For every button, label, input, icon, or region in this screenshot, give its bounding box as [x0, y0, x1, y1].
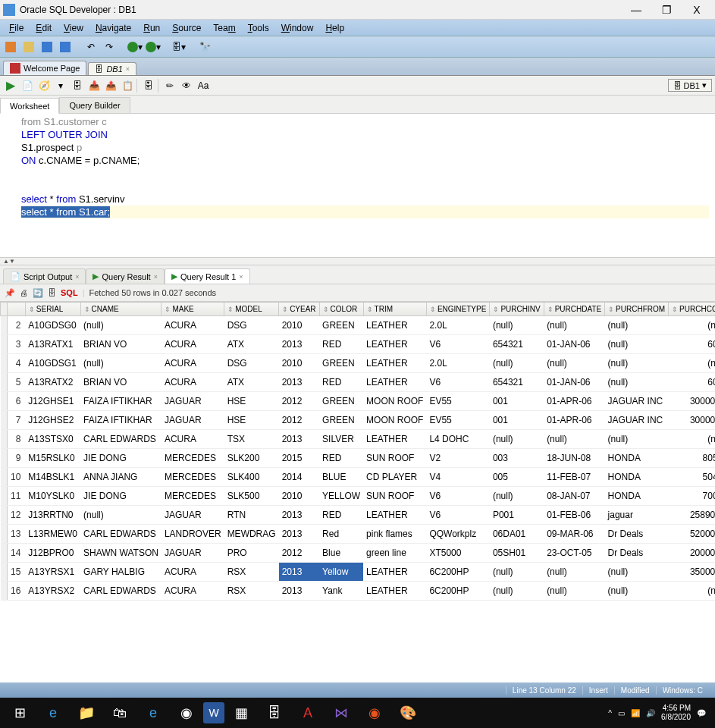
cell-purchinv[interactable]: P001: [490, 506, 544, 525]
cell-color[interactable]: RED: [319, 373, 363, 392]
cell-make[interactable]: ACURA: [162, 354, 224, 373]
cell-purchdate[interactable]: 01-JAN-06: [544, 335, 604, 354]
table-row[interactable]: 15A13YRSX1GARY HALBIGACURARSX2013YellowL…: [1, 563, 716, 582]
cell-serial[interactable]: A10GDSG0: [25, 316, 80, 335]
cell-make[interactable]: JAGUAR: [162, 544, 224, 563]
cell-model[interactable]: RSX: [224, 582, 279, 601]
table-row[interactable]: 8A13STSX0CARL EDWARDSACURATSX2013SILVERL…: [1, 430, 716, 449]
cell-trim[interactable]: LEATHER: [363, 316, 426, 335]
system-clock[interactable]: 4:56 PM 6/8/2020: [661, 704, 691, 722]
cell-cyear[interactable]: 2013: [279, 430, 319, 449]
cell-trim[interactable]: LEATHER: [363, 335, 426, 354]
table-row[interactable]: 7J12GHSE2FAIZA IFTIKHARJAGUARHSE2012GREE…: [1, 411, 716, 430]
cell-cname[interactable]: JIE DONG: [80, 487, 162, 506]
column-header-model[interactable]: ⇕MODEL: [224, 303, 279, 316]
cell-purchcost[interactable]: 6000: [669, 335, 715, 354]
cell-purchcost[interactable]: 20000.23: [669, 544, 715, 563]
cell-color[interactable]: GREEN: [319, 392, 363, 411]
menu-run[interactable]: Run: [137, 21, 166, 35]
cell-enginetype[interactable]: V6: [426, 335, 489, 354]
cell-model[interactable]: DSG: [224, 354, 279, 373]
ubuntu-icon[interactable]: ◉: [358, 698, 391, 728]
menu-source[interactable]: Source: [166, 21, 207, 35]
table-row[interactable]: 3A13RATX1BRIAN VOACURAATX2013REDLEATHERV…: [1, 335, 716, 354]
cell-cname[interactable]: FAIZA IFTIKHAR: [80, 411, 162, 430]
clear-icon[interactable]: ✏: [162, 78, 177, 93]
cell-purchfrom[interactable]: JAGUAR INC: [605, 392, 669, 411]
cell-purchcost[interactable]: 50400: [669, 468, 715, 487]
cell-purchinv[interactable]: (null): [490, 582, 544, 601]
save-icon[interactable]: [39, 39, 55, 55]
ie-icon[interactable]: e: [136, 698, 170, 728]
autotrace-icon[interactable]: ▾: [53, 78, 68, 93]
notifications-icon[interactable]: 💬: [697, 709, 706, 717]
cell-trim[interactable]: SUN ROOF: [363, 487, 426, 506]
sql-icon[interactable]: 🗄▾: [171, 39, 187, 55]
column-header-trim[interactable]: ⇕TRIM: [363, 303, 426, 316]
cell-cname[interactable]: (null): [80, 316, 162, 335]
table-row[interactable]: 12J13RRTN0(null)JAGUARRTN2013REDLEATHERV…: [1, 506, 716, 525]
rollback-icon[interactable]: 📤: [103, 78, 118, 93]
cell-purchcost[interactable]: (null): [669, 430, 715, 449]
redo-icon[interactable]: ↷: [102, 39, 117, 55]
table-row[interactable]: 10M14BSLK1ANNA JIANGMERCEDESSLK4002014BL…: [1, 468, 716, 487]
cell-purchfrom[interactable]: HONDA: [605, 487, 669, 506]
cell-cyear[interactable]: 2013: [279, 563, 319, 582]
cell-trim[interactable]: LEATHER: [363, 506, 426, 525]
sql-developer-icon[interactable]: 🗄: [258, 698, 291, 728]
cell-model[interactable]: HSE: [224, 411, 279, 430]
menu-window[interactable]: Window: [275, 21, 320, 35]
table-row[interactable]: 9M15RSLK0JIE DONGMERCEDESSLK2002015REDSU…: [1, 449, 716, 468]
cell-purchinv[interactable]: 001: [490, 411, 544, 430]
cell-trim[interactable]: CD PLAYER: [363, 468, 426, 487]
tab-query-result-1[interactable]: ▶ Query Result 1 ×: [165, 268, 250, 284]
cell-color[interactable]: BLUE: [319, 468, 363, 487]
cell-make[interactable]: JAGUAR: [162, 506, 224, 525]
cell-enginetype[interactable]: V2: [426, 449, 489, 468]
cell-model[interactable]: RTN: [224, 506, 279, 525]
menu-file[interactable]: File: [3, 21, 30, 35]
cell-purchfrom[interactable]: (null): [605, 373, 669, 392]
cell-cyear[interactable]: 2010: [279, 316, 319, 335]
file-explorer-icon[interactable]: 📁: [70, 698, 103, 728]
cell-cyear[interactable]: 2012: [279, 544, 319, 563]
back-icon[interactable]: ▾: [127, 39, 143, 55]
cell-purchinv[interactable]: 05SH01: [490, 544, 544, 563]
menu-navigate[interactable]: Navigate: [89, 21, 137, 35]
cell-purchfrom[interactable]: (null): [605, 316, 669, 335]
cell-color[interactable]: SILVER: [319, 430, 363, 449]
cell-trim[interactable]: MOON ROOF: [363, 392, 426, 411]
cell-color[interactable]: Blue: [319, 544, 363, 563]
column-header-color[interactable]: ⇕COLOR: [319, 303, 363, 316]
cell-purchdate[interactable]: (null): [544, 430, 604, 449]
cell-make[interactable]: JAGUAR: [162, 392, 224, 411]
cell-trim[interactable]: green line: [363, 544, 426, 563]
cell-purchcost[interactable]: 25890.78: [669, 506, 715, 525]
column-header-purchfrom[interactable]: ⇕PURCHFROM: [605, 303, 669, 316]
tab-welcome-page[interactable]: Welcome Page: [3, 61, 86, 75]
cell-cname[interactable]: BRIAN VO: [80, 373, 162, 392]
cell-serial[interactable]: J12BPRO0: [25, 544, 80, 563]
sql-tuning-icon[interactable]: 🗄: [70, 78, 85, 93]
cell-purchdate[interactable]: 01-APR-06: [544, 411, 604, 430]
cell-trim[interactable]: LEATHER: [363, 563, 426, 582]
cell-purchfrom[interactable]: (null): [605, 335, 669, 354]
cell-trim[interactable]: SUN ROOF: [363, 449, 426, 468]
cell-serial[interactable]: A13STSX0: [25, 430, 80, 449]
cell-make[interactable]: MERCEDES: [162, 487, 224, 506]
menu-view[interactable]: View: [58, 21, 89, 35]
cell-serial[interactable]: M15RSLK0: [25, 449, 80, 468]
menu-team[interactable]: Team: [207, 21, 241, 35]
cell-enginetype[interactable]: EV55: [426, 411, 489, 430]
cell-purchcost[interactable]: 35000.15: [669, 563, 715, 582]
cell-model[interactable]: DSG: [224, 316, 279, 335]
cell-purchfrom[interactable]: (null): [605, 582, 669, 601]
minimize-button[interactable]: —: [621, 4, 651, 16]
cell-serial[interactable]: A13RATX2: [25, 373, 80, 392]
commit-icon[interactable]: 📥: [86, 78, 102, 93]
column-header-cname[interactable]: ⇕CNAME: [80, 303, 162, 316]
cell-purchcost[interactable]: 30000.99: [669, 392, 715, 411]
tab-worksheet[interactable]: Worksheet: [0, 98, 59, 114]
column-header-purchcost[interactable]: ⇕PURCHCOST: [669, 303, 715, 316]
cell-cyear[interactable]: 2013: [279, 373, 319, 392]
